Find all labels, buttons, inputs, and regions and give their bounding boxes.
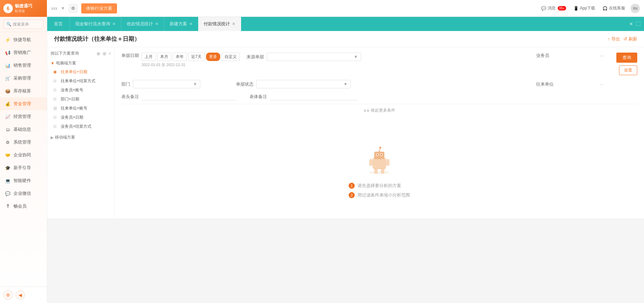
empty-tip-1: 1 请先选择要分析的方案	[349, 183, 410, 189]
scheme-chart-icon: ◉	[53, 69, 59, 75]
scheme-item-salesman-date[interactable]: ⊞ 业务员+日期	[51, 113, 111, 122]
source-select[interactable]: ▼	[267, 53, 361, 61]
tab-home[interactable]: 首页	[47, 17, 70, 31]
sidebar-item-label: 系统管理	[13, 139, 31, 145]
sidebar-item-quick-nav[interactable]: ⚡ 快捷导航	[0, 33, 47, 46]
scheme-item-partner-settle[interactable]: ⊞ 往来单位+结算方式	[51, 77, 111, 86]
tip-2-text: 用过滤条件来缩小分析范围	[357, 192, 410, 198]
tab-payment[interactable]: 付款情况统计 ✕	[198, 17, 241, 31]
page: 付款情况统计（往来单位＋日期） ↑ 导出 ↺ 刷新 按以下方案查询 ⊕	[47, 31, 644, 303]
query-button[interactable]: 查询	[616, 53, 637, 63]
collapse-sidebar-button[interactable]: ◀	[16, 290, 25, 300]
date-options: 上月 本月 本年 近7天 更多 自定义	[142, 53, 240, 61]
filter-settings-button[interactable]: 设置	[619, 65, 637, 75]
sidebar-item-basic-info[interactable]: 🗂 基础信息	[0, 123, 47, 136]
date-btn-this-month[interactable]: 本月	[157, 53, 171, 61]
sidebar-item-hardware[interactable]: 💻 智能硬件	[0, 174, 47, 187]
export-button[interactable]: ↑ 导出	[608, 36, 620, 42]
new-scheme-tab-label: 新建方案	[170, 21, 187, 27]
desktop-group-title[interactable]: ▼ 电脑端方案	[51, 59, 111, 67]
notification-label: 消息	[548, 5, 556, 11]
sidebar-item-label: 销售管理	[13, 62, 31, 68]
scheme-settings-button[interactable]: ⊗	[103, 51, 107, 56]
scheme-item-dept-date[interactable]: ⊞ 部门+日期	[51, 95, 111, 104]
sidebar-item-system[interactable]: ⚙ 系统管理	[0, 136, 47, 149]
date-btn-this-year[interactable]: 本年	[173, 53, 187, 61]
notification-button[interactable]: 💬 消息 99+	[539, 4, 568, 12]
logo-icon: 6	[3, 4, 13, 13]
sidebar-item-label: 畅会员	[13, 203, 27, 209]
sidebar-header: 6 畅捷通巧 标准版	[0, 0, 47, 17]
collapse-icon: ∧∧	[363, 108, 370, 113]
add-scheme-button[interactable]: ⊕	[96, 51, 100, 56]
search-menu-button[interactable]: 🔍 搜索菜单	[3, 20, 43, 29]
body-note-input[interactable]	[270, 93, 357, 100]
tip-num-1: 1	[349, 183, 355, 189]
sidebar-nav: ⚡ 快捷导航 📢 营销推广 📊 销售管理 🛒 采购管理 📦 库存核算 💰 资金管…	[0, 32, 47, 286]
panel-header-actions: ⊕ ⊗ «	[96, 51, 111, 56]
scheme-item-salesman-settle[interactable]: ⊞ 业务员+结算方式	[51, 122, 111, 131]
sidebar-item-sales[interactable]: 📊 销售管理	[0, 59, 47, 72]
scheme-item-partner-account[interactable]: ▦ 往来单位+账号	[51, 104, 111, 113]
sidebar-item-wechat[interactable]: 💬 企业微信	[0, 187, 47, 200]
online-service-button[interactable]: 🎧 在线客服	[601, 4, 627, 12]
svg-line-12	[379, 148, 380, 151]
expand-tabs-button[interactable]: ⛶	[636, 21, 641, 27]
scheme-table-icon-5: ⊞	[53, 124, 59, 129]
sidebar-item-purchase[interactable]: 🛒 采购管理	[0, 72, 47, 85]
salesman-ellipsis-button[interactable]: ···	[599, 53, 604, 58]
svg-point-13	[379, 147, 381, 149]
bank-tab-close[interactable]: ✕	[112, 22, 116, 26]
topbar-dropdown-icon[interactable]: ▼	[61, 6, 65, 11]
department-select[interactable]: ▼	[133, 80, 200, 88]
sidebar-item-vip[interactable]: 🎖 畅会员	[0, 200, 47, 213]
header-note-input[interactable]	[142, 93, 236, 100]
refresh-button[interactable]: ↺ 刷新	[623, 36, 637, 42]
scheme-table-icon-3: ⊞	[53, 97, 59, 102]
payment-tab-close[interactable]: ✕	[232, 22, 235, 26]
sidebar-item-marketing[interactable]: 📢 营销推广	[0, 46, 47, 59]
date-btn-last-7[interactable]: 近7天	[188, 53, 205, 61]
body-note-label: 表体备注	[250, 94, 267, 100]
tab-receipt[interactable]: 收款情况统计 ✕	[121, 17, 164, 31]
tab-new-scheme[interactable]: 新建方案 ✕	[164, 17, 198, 31]
sidebar-item-guide[interactable]: 🎓 新手引导	[0, 161, 47, 174]
scheme-item-partner-date[interactable]: ◉ 往来单位+日期	[51, 67, 111, 77]
sidebar-item-finance[interactable]: 💰 资金管理	[0, 97, 47, 110]
empty-illustration	[362, 142, 396, 176]
topbar-gear-button[interactable]: ⚙	[68, 4, 78, 13]
sidebar-footer: ⚙ ◀	[0, 286, 47, 303]
date-btn-last-month[interactable]: 上月	[142, 53, 156, 61]
empty-tips: 1 请先选择要分析的方案 2 用过滤条件来缩小分析范围	[349, 183, 410, 198]
close-all-tabs-button[interactable]: ✕	[629, 21, 633, 27]
date-btn-custom[interactable]: 自定义	[222, 53, 240, 61]
purchase-icon: 🛒	[5, 75, 11, 81]
empty-state: 1 请先选择要分析的方案 2 用过滤条件来缩小分析范围	[115, 122, 644, 218]
scheme-item-salesman-account[interactable]: ⊞ 业务员+账号	[51, 86, 111, 95]
main-content: xxx ▼ ⚙ 体验行业方案 💬 消息 99+ 📱 App下载 🎧 在线客服 R…	[47, 0, 644, 303]
collapse-more-btn-row: ∧∧ 收起更多条件	[121, 104, 637, 117]
app-edition: 标准版	[15, 9, 32, 13]
mobile-group-title[interactable]: ▶ 移动端方案	[51, 133, 111, 142]
trial-button[interactable]: 体验行业方案	[81, 3, 117, 13]
basic-info-icon: 🗂	[5, 126, 11, 132]
sidebar-item-inventory[interactable]: 📦 库存核算	[0, 85, 47, 97]
partner-filter-label: 往来单位	[536, 81, 554, 87]
app-download-button[interactable]: 📱 App下载	[572, 4, 597, 12]
bank-tab-label: 现金银行流水查询	[75, 21, 110, 27]
receipt-tab-close[interactable]: ✕	[155, 22, 158, 26]
date-btn-more[interactable]: 更多	[206, 53, 220, 61]
sidebar-item-enterprise[interactable]: 🤝 企业协同	[0, 149, 47, 161]
collapse-more-button[interactable]: ∧∧ 收起更多条件	[363, 108, 395, 113]
new-scheme-tab-close[interactable]: ✕	[189, 22, 193, 26]
partner-ellipsis-button[interactable]: ···	[599, 82, 604, 87]
sidebar-item-operation[interactable]: 📈 经营管理	[0, 110, 47, 123]
tab-bank[interactable]: 现金银行流水查询 ✕	[70, 17, 121, 31]
settings-footer-button[interactable]: ⚙	[3, 290, 13, 300]
marketing-icon: 📢	[5, 50, 11, 56]
date-range-text: 2022-01-01 至 2022-12-31	[142, 62, 240, 67]
collapse-panel-button[interactable]: «	[109, 51, 111, 56]
doc-status-select[interactable]: ▼	[256, 80, 351, 88]
sidebar-item-label: 采购管理	[13, 75, 31, 81]
user-avatar[interactable]: Rit	[631, 4, 640, 13]
